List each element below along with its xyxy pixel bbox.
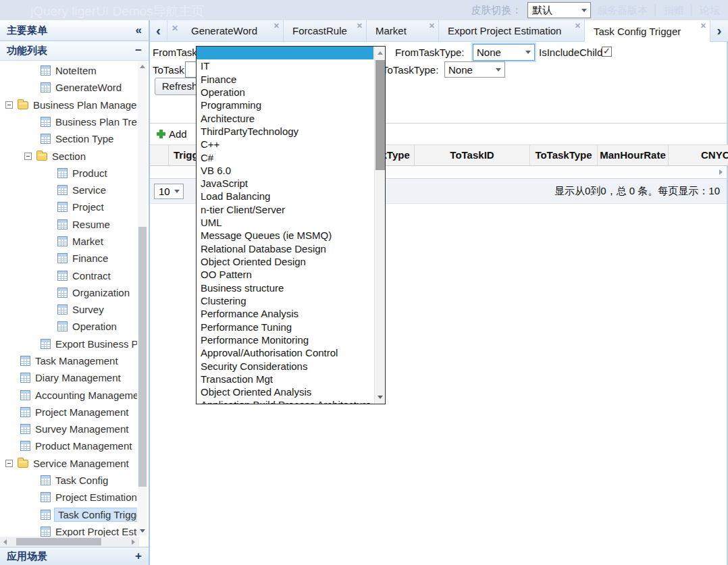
dropdown-option[interactable]: Object Oriented Analysis — [197, 385, 373, 398]
dropdown-option[interactable]: Performance Monitoring — [197, 333, 373, 346]
expand-panel-icon[interactable]: + — [135, 549, 142, 563]
dropdown-option-blank[interactable] — [197, 47, 373, 59]
tree-item-diary-management[interactable]: Diary Management — [0, 369, 137, 386]
tree-item-market[interactable]: Market — [0, 233, 137, 250]
partial-tab-close-icon[interactable]: ✕ — [167, 20, 182, 41]
scroll-up-icon[interactable] — [140, 65, 145, 68]
tree-vertical-scrollbar[interactable] — [138, 61, 147, 536]
accordion-header-function-list[interactable]: 功能列表 − — [0, 41, 149, 61]
tree-item-survey-management[interactable]: Survey Management — [0, 421, 137, 437]
tree-item-project[interactable]: Project — [0, 198, 137, 215]
tab-export-project-estimation[interactable]: Export Project Estimation✕ — [439, 20, 585, 41]
tree-item-project-estimation[interactable]: Project Estimation — [0, 489, 137, 506]
dropdown-option[interactable]: Programming — [197, 99, 373, 111]
tree-item-operation[interactable]: Operation — [0, 318, 137, 335]
is-include-child-checkbox[interactable] — [602, 47, 612, 57]
tree-item-business-plan-management[interactable]: Business Plan Management — [0, 97, 137, 113]
skin-select[interactable]: 默认 — [527, 2, 591, 18]
scroll-right-icon[interactable] — [719, 169, 723, 175]
tree-item-section[interactable]: Section — [0, 148, 137, 165]
to-task-type-select[interactable]: None — [444, 61, 505, 78]
dropdown-option[interactable]: C# — [197, 151, 373, 164]
grid-column-manhourrate[interactable]: ManHourRate — [598, 145, 669, 165]
tree-item-task-config[interactable]: Task Config — [0, 472, 137, 489]
tree-item-generateword[interactable]: GenerateWord — [0, 79, 137, 96]
tree-item-service-management[interactable]: Service Management — [0, 455, 137, 472]
dropdown-option[interactable]: UML — [197, 216, 373, 229]
close-icon[interactable]: ✕ — [575, 22, 581, 30]
tree-item-task-management[interactable]: Task Management — [0, 352, 137, 369]
dropdown-option[interactable]: Transaction Mgt — [197, 373, 373, 385]
tree-item-accounting-management[interactable]: Accounting Management — [0, 387, 137, 404]
dropdown-option[interactable]: Relational Database Design — [197, 242, 373, 255]
tree-item-product-management[interactable]: Product Management — [0, 437, 137, 454]
scroll-right-icon[interactable] — [132, 539, 135, 545]
tab-task-config-trigger[interactable]: Task Config Trigger✕ — [585, 20, 710, 42]
accordion-header-app-scenarios[interactable]: 应用场景 + — [0, 547, 149, 565]
grid-column-totasktype[interactable]: ToTaskType — [530, 145, 598, 165]
close-icon[interactable]: ✕ — [429, 22, 435, 30]
link-server-version[interactable]: 服务器版本 — [597, 4, 648, 17]
dropdown-scrollbar[interactable] — [374, 47, 385, 404]
close-icon[interactable]: ✕ — [274, 22, 280, 30]
collapse-sidebar-icon[interactable]: « — [136, 24, 142, 37]
dropdown-option[interactable]: Business structure — [197, 281, 373, 294]
dropdown-option[interactable]: JavaScript — [197, 177, 373, 190]
link-donate[interactable]: 捐赠 — [664, 4, 684, 17]
scrollbar-thumb[interactable] — [375, 60, 385, 170]
dropdown-option[interactable]: Security Considerations — [197, 360, 373, 373]
tree-item-export-project-estimation[interactable]: Export Project Estimation — [0, 523, 137, 537]
dropdown-option[interactable]: Operation — [197, 86, 373, 99]
collapse-node-icon[interactable] — [5, 460, 13, 467]
collapse-panel-icon[interactable]: − — [135, 44, 142, 57]
tab-generateword[interactable]: GenerateWord✕ — [182, 20, 284, 41]
from-task-type-select[interactable]: None — [473, 44, 535, 61]
tree-item-section-type[interactable]: Section Type — [0, 130, 137, 147]
dropdown-option[interactable]: Load Balancing — [197, 190, 373, 203]
scroll-down-icon[interactable] — [140, 529, 145, 533]
tab-market[interactable]: Market✕ — [367, 20, 439, 41]
tree-item-organization[interactable]: Organization — [0, 284, 137, 301]
dropdown-option[interactable]: Approval/Authorisation Control — [197, 346, 373, 359]
dropdown-option[interactable]: Message Queues (ie MSMQ) — [197, 229, 373, 242]
tree-item-service[interactable]: Service — [0, 182, 137, 198]
scroll-down-icon[interactable] — [378, 396, 383, 399]
dropdown-option[interactable]: IT — [197, 59, 373, 72]
tree-item-finance[interactable]: Finance — [0, 250, 137, 267]
dropdown-option[interactable]: Clustering — [197, 294, 373, 307]
dropdown-option[interactable]: Finance — [197, 73, 373, 86]
collapse-node-icon[interactable] — [24, 153, 32, 160]
close-icon[interactable]: ✕ — [700, 22, 706, 30]
link-forum[interactable]: 论坛 — [700, 4, 720, 17]
dropdown-option[interactable]: Application Build Process Architecture — [197, 398, 373, 404]
grid-column-cnycost[interactable]: CNYCostItem — [669, 145, 728, 165]
dropdown-option[interactable]: Performance Analysis — [197, 307, 373, 320]
scroll-up-icon[interactable] — [378, 51, 383, 55]
tree-item-project-management[interactable]: Project Management — [0, 404, 137, 421]
dropdown-option[interactable]: ThirdPartyTechnology — [197, 125, 373, 138]
tab-scroll-right-icon[interactable]: › — [710, 20, 728, 40]
dropdown-option[interactable]: C++ — [197, 138, 373, 151]
tree-item-task-config-trigger[interactable]: Task Config Trigger — [0, 506, 137, 523]
tree-item-product[interactable]: Product — [0, 165, 137, 182]
dropdown-option[interactable]: VB 6.0 — [197, 164, 373, 177]
dropdown-option[interactable]: Object Oriented Design — [197, 255, 373, 268]
collapse-node-icon[interactable] — [5, 101, 13, 109]
tree-item-export-business-plan[interactable]: Export Business Plan — [0, 335, 137, 352]
tree-item-noteitem[interactable]: NoteItem — [0, 62, 137, 79]
add-button[interactable]: Add — [154, 126, 192, 142]
tab-scroll-left-icon[interactable]: ‹ — [150, 20, 167, 41]
tree-horizontal-scrollbar[interactable] — [0, 537, 139, 547]
dropdown-option[interactable]: OO Pattern — [197, 268, 373, 281]
scrollbar-thumb[interactable] — [138, 227, 147, 487]
tree-item-contract[interactable]: Contract — [0, 267, 137, 284]
tab-forcastrule[interactable]: ForcastRule✕ — [284, 20, 367, 41]
dropdown-option[interactable]: n-tier Client/Server — [197, 203, 373, 216]
dropdown-option[interactable]: Performance Tuning — [197, 321, 373, 333]
dropdown-option[interactable]: Architecture — [197, 112, 373, 125]
tree-item-survey[interactable]: Survey — [0, 301, 137, 318]
scroll-left-icon[interactable] — [3, 539, 7, 545]
page-size-select[interactable]: 10 — [154, 184, 184, 199]
tree-item-business-plan-tree[interactable]: Business Plan Tree — [0, 113, 137, 130]
grid-column-totaskid[interactable]: ToTaskID — [415, 145, 530, 165]
